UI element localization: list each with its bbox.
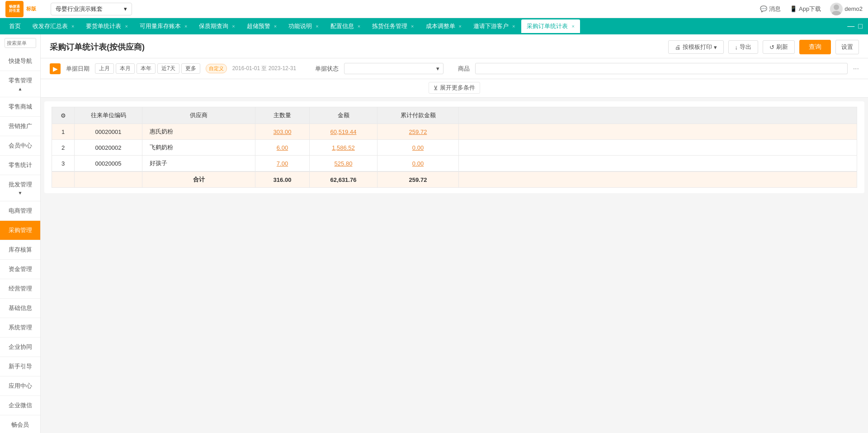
tab-home[interactable]: 首页 (4, 19, 26, 33)
tab-available-inv[interactable]: 可用量库存账本 × (134, 19, 193, 33)
cell-paid[interactable]: 0.00 (377, 140, 459, 156)
chevron-down-icon: ▼ (18, 190, 23, 195)
close-icon[interactable]: × (232, 24, 235, 29)
sidebar-item-retail-mgmt[interactable]: 零售管理 ▲ (0, 71, 40, 97)
footer-extra (459, 171, 857, 188)
expand-conditions-btn[interactable]: ⊻ 展开更多条件 (429, 82, 480, 94)
goods-label: 商品 (458, 65, 470, 73)
date-shortcut-more[interactable]: 更多 (181, 63, 200, 74)
cell-qty[interactable]: 6.00 (255, 140, 310, 156)
tab-config-info[interactable]: 配置信息 × (325, 19, 366, 33)
main-layout: 快捷导航 零售管理 ▲ 零售商城 营销推广 会员中心 零售统计 批发管理 ▼ 电… (0, 34, 868, 433)
sidebar-item-ecommerce[interactable]: 电商管理 (0, 201, 40, 221)
close-icon[interactable]: × (125, 24, 127, 29)
filter-bar: ▶ 单据日期 上月 本月 本年 近7天 更多 自定义 2016-01-01 至 … (41, 58, 868, 79)
th-extra (459, 107, 857, 124)
sidebar-item-retail-stats[interactable]: 零售统计 (0, 156, 40, 175)
search-input[interactable] (5, 38, 36, 48)
maximize-icon[interactable]: □ (858, 22, 863, 30)
sidebar-item-enterprise-collab[interactable]: 企业协同 (0, 338, 40, 357)
date-shortcut-last-month[interactable]: 上月 (95, 63, 114, 74)
workspace-selector[interactable]: 母婴行业演示账套 ▾ (51, 3, 132, 15)
footer-paid: 259.72 (377, 171, 459, 188)
sidebar-search-area (0, 34, 40, 52)
tab-func-desc[interactable]: 功能说明 × (283, 19, 324, 33)
status-select[interactable]: ▾ (344, 63, 443, 74)
user-profile[interactable]: demo2 (830, 3, 863, 15)
sidebar-item-ops-mgmt[interactable]: 经营管理 (0, 279, 40, 299)
query-btn[interactable]: 查询 (799, 40, 831, 54)
more-options-icon[interactable]: ··· (853, 65, 859, 73)
sidebar-item-new-guide[interactable]: 新手引导 (0, 357, 40, 376)
cell-qty[interactable]: 303.00 (255, 124, 310, 140)
close-icon[interactable]: × (571, 24, 574, 29)
tab-receive-pay-label: 收发存汇总表 (33, 22, 68, 30)
sidebar-item-inventory-check[interactable]: 库存核算 (0, 240, 40, 260)
tab-receive-pay[interactable]: 收发存汇总表 × (27, 19, 80, 33)
sidebar-item-enterprise-wechat[interactable]: 企业微信 (0, 396, 40, 415)
sidebar-item-purchase-mgmt[interactable]: 采购管理 (0, 221, 40, 240)
tab-req-stats[interactable]: 要货单统计表 × (80, 19, 133, 33)
sidebar-item-marketing[interactable]: 营销推广 (0, 117, 40, 136)
close-icon[interactable]: × (316, 24, 318, 29)
tab-overstock-alert[interactable]: 超储预警 × (241, 19, 282, 33)
tab-expiry-query[interactable]: 保质期查询 × (193, 19, 240, 33)
cell-extra (459, 156, 857, 172)
sidebar-item-basic-info[interactable]: 基础信息 (0, 299, 40, 318)
th-settings[interactable]: ⚙ (52, 107, 75, 124)
cell-amount[interactable]: 60,519.44 (310, 124, 377, 140)
filter-toggle-btn[interactable]: ▶ (50, 63, 61, 74)
sidebar-label-purchase-mgmt: 采购管理 (9, 226, 32, 234)
tab-invite-downstream[interactable]: 邀请下游客户 × (468, 19, 520, 33)
chevron-right-icon: ▶ (53, 65, 58, 72)
close-icon[interactable]: × (512, 24, 515, 29)
close-icon[interactable]: × (274, 24, 277, 29)
cell-amount[interactable]: 525.80 (310, 156, 377, 172)
page-title: 采购订单统计表(按供应商) (50, 42, 145, 52)
settings-btn[interactable]: 设置 (835, 40, 859, 54)
close-icon[interactable]: × (358, 24, 360, 29)
messages-btn[interactable]: 💬 消息 (760, 5, 781, 13)
export-btn[interactable]: ↓ 导出 (728, 40, 759, 54)
app-download-btn[interactable]: 📱 App下载 (790, 5, 821, 13)
sidebar-item-finance[interactable]: 资金管理 (0, 260, 40, 279)
sidebar-label-enterprise-wechat: 企业微信 (9, 401, 32, 409)
top-right: 💬 消息 📱 App下载 demo2 (760, 3, 863, 15)
sidebar-item-member[interactable]: 畅会员 (0, 415, 40, 433)
username-label: demo2 (844, 5, 863, 12)
close-icon[interactable]: × (184, 24, 187, 29)
logo-area: 畅捷通 好生意 标版 (5, 1, 46, 17)
sidebar-item-retail-store[interactable]: 零售商城 (0, 97, 40, 117)
close-icon[interactable]: × (71, 24, 74, 29)
date-shortcut-7-days[interactable]: 近7天 (157, 63, 179, 74)
date-shortcut-this-month[interactable]: 本月 (116, 63, 135, 74)
date-custom-tag[interactable]: 自定义 (206, 64, 227, 73)
cell-paid[interactable]: 0.00 (377, 156, 459, 172)
table-body: 1 00020001 惠氏奶粉 303.00 60,519.44 259.72 … (52, 124, 857, 172)
tab-cost-adjust[interactable]: 成本调整单 × (420, 19, 467, 33)
cell-code: 00020002 (75, 140, 142, 156)
data-table: ⚙ 往来单位编码 供应商 主数量 金额 (52, 107, 857, 188)
settings-label: 设置 (841, 43, 853, 51)
shortcut-nav-label: 快捷导航 (9, 57, 32, 65)
sidebar-label-basic-info: 基础信息 (9, 304, 32, 312)
cell-amount[interactable]: 1,586.52 (310, 140, 377, 156)
sidebar-item-sys-mgmt[interactable]: 系统管理 (0, 318, 40, 338)
tab-purchase-stats[interactable]: 采购订单统计表 × (521, 19, 580, 33)
minimize-icon[interactable]: — (847, 22, 854, 30)
date-shortcut-this-year[interactable]: 本年 (137, 63, 156, 74)
close-icon[interactable]: × (459, 24, 462, 29)
cell-qty[interactable]: 7.00 (255, 156, 310, 172)
print-label: 按模板打印 (683, 43, 712, 51)
cell-supplier: 好孩子 (142, 156, 255, 172)
refresh-btn[interactable]: ↺ 刷新 (763, 40, 795, 54)
sidebar-item-app-center[interactable]: 应用中心 (0, 376, 40, 396)
tab-pickup-task[interactable]: 拣货任务管理 × (367, 19, 419, 33)
sidebar-item-wholesale-mgmt[interactable]: 批发管理 ▼ (0, 175, 40, 201)
close-icon[interactable]: × (411, 24, 414, 29)
sidebar-item-member-center[interactable]: 会员中心 (0, 136, 40, 156)
goods-input[interactable] (475, 63, 848, 74)
footer-label: 合计 (142, 171, 255, 188)
print-btn[interactable]: 🖨 按模板打印 ▾ (668, 40, 724, 54)
cell-paid[interactable]: 259.72 (377, 124, 459, 140)
